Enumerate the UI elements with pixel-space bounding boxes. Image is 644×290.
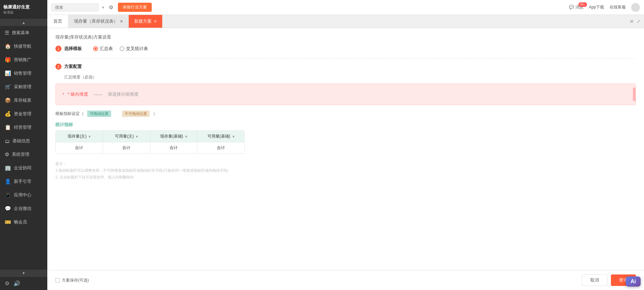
sidebar-item-operations[interactable]: 📋 经营管理	[0, 121, 47, 134]
main-area: ▾ ⚙ 体验行业方案 💬 消息 99+ App下载 在线客服 首页 现存量（库存…	[47, 0, 644, 290]
sidebar-nav: ☰ 搜索菜单 🏠 快捷导航 🎁 营销推广 📊 销售管理 🛒 采购管理 📦 库存核…	[0, 26, 47, 270]
sidebar-item-label: 搜索菜单	[12, 30, 29, 36]
app-name: 畅康通好生意	[3, 4, 44, 10]
stats-data-3: 合计	[197, 142, 244, 153]
radio-cross-stats[interactable]: 交叉统计表	[120, 46, 148, 52]
sidebar-item-sales[interactable]: 📊 销售管理	[0, 67, 47, 80]
stats-section: 统计指标 现存量(主) ▾ 可用量(主) ▾	[55, 122, 636, 154]
stats-col-3-label: 可用量(基辅)	[207, 134, 230, 139]
sidebar-item-label: 新手引导	[14, 178, 31, 185]
stats-col-1[interactable]: 可用量(主) ▾	[103, 131, 150, 142]
bottom-bar: 方案保存(可选) 取消 查询	[47, 270, 644, 290]
radio-dot-summary	[93, 46, 98, 51]
sidebar-item-purchase[interactable]: 🛒 采购管理	[0, 80, 47, 94]
sidebar-item-label: 经营管理	[14, 124, 31, 130]
window-expand-icon[interactable]: ⤢	[637, 19, 641, 24]
app-version: 标准版	[3, 10, 44, 15]
notification-badge[interactable]: 💬 消息 99+	[569, 4, 583, 10]
right-scroll-indicator	[633, 88, 636, 101]
app-download-link[interactable]: App下载	[589, 4, 604, 10]
sidebar-scroll-up[interactable]: ▲	[0, 19, 47, 26]
tip-item-2: 2. 点击标题栏下拉可设置排序、插入列和删除列	[55, 174, 636, 181]
stats-col-0[interactable]: 现存量(主) ▾	[56, 131, 103, 142]
sidebar-item-label: 应用中心	[14, 192, 31, 198]
cancel-button[interactable]: 取消	[582, 274, 608, 286]
required-marker: *	[63, 92, 64, 97]
search-menu-icon: ☰	[5, 30, 9, 36]
settings-icon[interactable]: ⚙	[5, 280, 9, 287]
draggable-tag: 可拖动位置	[87, 111, 111, 117]
radio-summary-table[interactable]: 汇总表	[93, 46, 113, 52]
tip-item-1: 1.拖动标题栏可以调整布局，不可跨维度或指标区域拖动栏目字段(只能在同一维度或指…	[55, 167, 636, 174]
tips-section: 提示： 1.拖动标题栏可以调整布局，不可跨维度或指标区域拖动栏目字段(只能在同一…	[55, 161, 636, 180]
sidebar-item-basic-info[interactable]: 🗂 基础信息	[0, 134, 47, 148]
tab-home[interactable]: 首页	[47, 15, 69, 28]
page-title: 现存量(库存状况表)方案设置	[55, 34, 636, 40]
sidebar-item-inventory[interactable]: 📦 库存核算	[0, 94, 47, 107]
sidebar-item-enterprise[interactable]: 🏢 企业协同	[0, 161, 47, 175]
gear-icon[interactable]: ⚙	[109, 4, 113, 10]
chevron-down-icon[interactable]: ▾	[102, 5, 104, 10]
avatar[interactable]	[631, 3, 640, 12]
checkbox-box	[55, 278, 60, 283]
search-input[interactable]	[51, 3, 99, 11]
stats-col-2-label: 现存量(基辅)	[160, 134, 183, 139]
sidebar-item-label: 企业协同	[14, 165, 31, 171]
close-tab-inventory-icon[interactable]: ✕	[120, 19, 123, 24]
operations-icon: 📋	[5, 124, 11, 130]
scheme-save-checkbox[interactable]: 方案保存(可选)	[55, 277, 89, 283]
sound-icon[interactable]: 🔊	[14, 280, 20, 287]
tab-home-label: 首页	[53, 19, 62, 24]
tab-new-scheme[interactable]: 新建方案 ✕	[129, 15, 163, 28]
stats-data-2: 合计	[150, 142, 198, 153]
sidebar-item-label: 畅会员	[14, 219, 27, 225]
chevron-col3-icon: ▾	[232, 134, 234, 139]
chevron-col0-icon: ▾	[89, 134, 91, 139]
sidebar-item-label: 企业微信	[14, 206, 31, 212]
notification-count: 99+	[578, 2, 587, 7]
finance-icon: 💰	[5, 111, 11, 117]
sidebar-item-system[interactable]: ⚙ 系统管理	[0, 148, 47, 161]
stats-header-row: 现存量(主) ▾ 可用量(主) ▾ 现存量(基辅) ▾	[56, 131, 244, 142]
enterprise-icon: 🏢	[5, 165, 11, 171]
sidebar-logo: 畅康通好生意 标准版	[0, 0, 47, 19]
sidebar-item-quick-nav[interactable]: 🏠 快捷导航	[0, 40, 47, 53]
tab-inventory-status[interactable]: 现存量（库存状况表） ✕	[69, 15, 129, 28]
topbar-right: 💬 消息 99+ App下载 在线客服	[569, 3, 640, 12]
vertical-dim-selector[interactable]: * * 纵向维度 —— 请选择分组维度	[55, 83, 636, 105]
sidebar-scroll-down[interactable]: ▼	[0, 270, 47, 276]
basic-info-icon: 🗂	[5, 138, 10, 144]
close-tab-new-scheme-icon[interactable]: ✕	[154, 19, 157, 24]
summary-dim-label: 汇总维度（必选）	[64, 74, 636, 80]
sidebar-item-app-center[interactable]: 📱 应用中心	[0, 188, 47, 202]
stats-col-1-label: 可用量(主)	[115, 134, 134, 139]
sidebar-item-new-guide[interactable]: 👤 新手引导	[0, 175, 47, 188]
indicator-setting-label: 模板指标设定（	[55, 111, 84, 117]
template-options: 汇总表 交叉统计表	[93, 46, 148, 52]
inventory-icon: 📦	[5, 97, 11, 103]
topbar: ▾ ⚙ 体验行业方案 💬 消息 99+ App下载 在线客服	[47, 0, 644, 15]
sidebar-item-finance[interactable]: 💰 资金管理	[0, 107, 47, 121]
stats-col-2[interactable]: 现存量(基辅) ▾	[150, 131, 198, 142]
stats-col-3[interactable]: 可用量(基辅) ▾	[197, 131, 244, 142]
online-service-link[interactable]: 在线客服	[610, 4, 626, 10]
chevron-col1-icon: ▾	[136, 134, 138, 139]
sidebar-item-enterprise-wechat[interactable]: 💬 企业微信	[0, 202, 47, 215]
notification-icon: 💬	[569, 5, 574, 9]
sidebar-item-label: 系统管理	[12, 151, 29, 158]
trial-industry-button[interactable]: 体验行业方案	[118, 3, 152, 12]
sidebar-item-member[interactable]: 🎫 畅会员	[0, 215, 47, 229]
window-close-icon[interactable]: ✕	[629, 18, 634, 25]
scheme-save-label: 方案保存(可选)	[62, 277, 89, 283]
stats-label: 统计指标	[55, 122, 636, 128]
new-guide-icon: 👤	[5, 178, 11, 185]
sales-icon: 📊	[5, 70, 11, 76]
sidebar-item-search-menu[interactable]: ☰ 搜索菜单	[0, 26, 47, 40]
indicator-setting-suffix1	[115, 111, 119, 117]
sidebar-item-label: 库存核算	[14, 97, 31, 103]
ai-float-button[interactable]: Ai	[626, 276, 641, 287]
sidebar: 畅康通好生意 标准版 ▲ ☰ 搜索菜单 🏠 快捷导航 🎁 营销推广 📊 销售管理…	[0, 0, 47, 290]
radio-cross-label: 交叉统计表	[126, 46, 148, 52]
sidebar-item-marketing[interactable]: 🎁 营销推广	[0, 53, 47, 67]
section1-num: 1	[55, 46, 61, 52]
